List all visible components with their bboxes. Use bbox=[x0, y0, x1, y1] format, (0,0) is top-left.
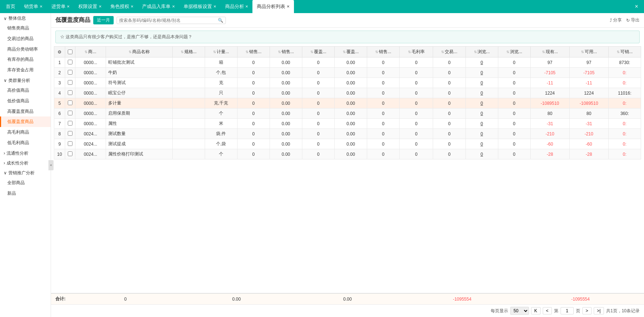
sidebar-item-new-goods[interactable]: 新品 bbox=[0, 188, 51, 199]
sidebar-group-growth[interactable]: › 成长性分析 bbox=[0, 158, 51, 168]
cell-checkbox[interactable] bbox=[65, 68, 75, 78]
sidebar-collapse-button[interactable]: « bbox=[48, 160, 54, 170]
col-sales2[interactable]: ⇅销售... bbox=[367, 47, 400, 58]
col-checkbox[interactable] bbox=[65, 47, 75, 58]
sidebar-item-category-rate[interactable]: 商品分类动销率 bbox=[0, 44, 51, 55]
row-checkbox[interactable] bbox=[68, 151, 72, 156]
sidebar-item-stocked-goods[interactable]: 有库存的商品 bbox=[0, 54, 51, 65]
close-icon[interactable]: × bbox=[67, 0, 70, 13]
cell-browse1[interactable]: 0 bbox=[466, 139, 498, 149]
cell-browse1[interactable]: 0 bbox=[466, 119, 498, 129]
search-icon[interactable]: 🔍 bbox=[218, 18, 223, 23]
row-checkbox[interactable] bbox=[68, 131, 72, 136]
cell-checkbox[interactable] bbox=[65, 78, 75, 88]
cell-browse1[interactable]: 0 bbox=[466, 68, 498, 78]
per-page-select[interactable]: 50 10 20 100 bbox=[510, 307, 529, 315]
close-icon[interactable]: × bbox=[99, 0, 102, 13]
col-settings[interactable]: ⚙ bbox=[54, 47, 65, 58]
cell-checkbox[interactable] bbox=[65, 139, 75, 149]
row-checkbox[interactable] bbox=[68, 111, 72, 115]
sidebar-item-sales-goods[interactable]: 销售类商品 bbox=[0, 23, 51, 33]
cell-checkbox[interactable] bbox=[65, 149, 75, 159]
col-spec[interactable]: ⇅规格... bbox=[172, 47, 205, 58]
col-cover2[interactable]: ⇅覆盖... bbox=[334, 47, 367, 58]
sidebar-item-all-goods[interactable]: 全部商品 bbox=[0, 178, 51, 188]
cell-checkbox[interactable] bbox=[65, 88, 75, 98]
col-browse1[interactable]: ⇅浏览... bbox=[466, 47, 498, 58]
select-all-checkbox[interactable] bbox=[68, 49, 72, 54]
col-sales-qty[interactable]: ⇅销售... bbox=[237, 47, 270, 58]
col-sellable[interactable]: ⇅可销... bbox=[608, 47, 641, 58]
cell-sales-qty: 0 bbox=[237, 98, 270, 108]
period-button[interactable]: 近一月 bbox=[93, 16, 114, 24]
cell-browse1[interactable]: 0 bbox=[466, 88, 498, 98]
cell-checkbox[interactable] bbox=[65, 119, 75, 129]
cell-browse1[interactable]: 0 bbox=[466, 78, 498, 88]
cell-browse1[interactable]: 0 bbox=[466, 149, 498, 159]
cell-browse1[interactable]: 0 bbox=[466, 98, 498, 108]
prev-page-button[interactable]: < bbox=[543, 307, 552, 314]
share-button[interactable]: ⤴ 分享 bbox=[610, 17, 622, 23]
close-icon[interactable]: × bbox=[287, 0, 290, 13]
row-checkbox[interactable] bbox=[68, 80, 72, 85]
sidebar-item-low-gross[interactable]: 低毛利商品 bbox=[0, 138, 51, 148]
col-name[interactable]: ⇅商品名称 bbox=[106, 47, 172, 58]
row-checkbox[interactable] bbox=[68, 100, 72, 105]
row-checkbox[interactable] bbox=[68, 60, 72, 64]
close-icon[interactable]: × bbox=[172, 0, 175, 13]
close-icon[interactable]: × bbox=[40, 0, 43, 13]
col-unit[interactable]: ⇅计量... bbox=[205, 47, 237, 58]
col-code[interactable]: ⇅商... bbox=[75, 47, 106, 58]
col-sales-amt[interactable]: ⇅销售... bbox=[270, 47, 302, 58]
cell-browse1[interactable]: 0 bbox=[466, 108, 498, 119]
cell-code: 0000... bbox=[75, 58, 106, 68]
cell-browse1[interactable]: 0 bbox=[466, 129, 498, 139]
nav-item-home[interactable]: 首页 bbox=[1, 0, 20, 13]
cell-checkbox[interactable] bbox=[65, 98, 75, 108]
sidebar-item-traded-goods[interactable]: 交易过的商品 bbox=[0, 33, 51, 44]
sidebar-group-marketing[interactable]: ∨ 营销推广分析 bbox=[0, 168, 51, 178]
col-current[interactable]: ⇅现有... bbox=[530, 47, 569, 58]
sidebar-group-flow[interactable]: › 流通性分析 bbox=[0, 148, 51, 158]
sidebar-item-high-value[interactable]: 高价值商品 bbox=[0, 85, 51, 96]
nav-item-product-entry[interactable]: 产成品入库单 × bbox=[138, 0, 179, 13]
close-icon[interactable]: × bbox=[246, 0, 248, 13]
row-checkbox[interactable] bbox=[68, 121, 72, 126]
sidebar-item-low-coverage[interactable]: 低覆盖度商品 bbox=[0, 116, 51, 127]
cell-browse1[interactable]: 0 bbox=[466, 58, 498, 68]
nav-item-role[interactable]: 角色授权 × bbox=[106, 0, 138, 13]
close-all-button[interactable]: × bbox=[631, 3, 643, 10]
row-checkbox[interactable] bbox=[68, 90, 72, 95]
cell-sales2: 0 bbox=[367, 139, 400, 149]
last-page-button[interactable]: >| bbox=[594, 307, 604, 314]
col-trade[interactable]: ⇅交易... bbox=[433, 47, 466, 58]
col-browse2[interactable]: ⇅浏览... bbox=[498, 47, 530, 58]
nav-item-template[interactable]: 单据模板设置 × bbox=[179, 0, 221, 13]
close-icon[interactable]: × bbox=[131, 0, 134, 13]
export-button[interactable]: ↻ 导出 bbox=[626, 17, 640, 23]
sidebar-group-overview[interactable]: ∨ 整体信息 bbox=[0, 13, 51, 23]
nav-item-sales[interactable]: 销货单 × bbox=[20, 0, 47, 13]
col-gross-rate[interactable]: ⇅毛利率 bbox=[400, 47, 433, 58]
nav-item-analysis[interactable]: 商品分析 × bbox=[221, 0, 253, 13]
row-checkbox[interactable] bbox=[68, 141, 72, 146]
sidebar-item-capital[interactable]: 库存资金占用 bbox=[0, 65, 51, 75]
nav-item-purchase[interactable]: 进货单 × bbox=[47, 0, 74, 13]
cell-checkbox[interactable] bbox=[65, 129, 75, 139]
close-icon[interactable]: × bbox=[213, 0, 216, 13]
col-available[interactable]: ⇅可用... bbox=[569, 47, 608, 58]
first-page-button[interactable]: K bbox=[531, 307, 541, 314]
col-cover1[interactable]: ⇅覆盖... bbox=[302, 47, 334, 58]
nav-item-analysis-list[interactable]: 商品分析列表 × bbox=[252, 0, 294, 13]
nav-item-permission[interactable]: 权限设置 × bbox=[74, 0, 106, 13]
cell-checkbox[interactable] bbox=[65, 108, 75, 119]
row-checkbox[interactable] bbox=[68, 70, 72, 75]
sidebar-item-high-gross[interactable]: 高毛利商品 bbox=[0, 127, 51, 138]
next-page-button[interactable]: > bbox=[582, 307, 592, 314]
sidebar-item-high-coverage[interactable]: 高覆盖度商品 bbox=[0, 106, 51, 117]
search-input[interactable] bbox=[119, 18, 216, 23]
page-number-input[interactable] bbox=[561, 307, 574, 314]
cell-checkbox[interactable] bbox=[65, 58, 75, 68]
sidebar-group-cluster[interactable]: ∨ 类群量分析 bbox=[0, 75, 51, 85]
sidebar-item-low-value[interactable]: 低价值商品 bbox=[0, 96, 51, 106]
